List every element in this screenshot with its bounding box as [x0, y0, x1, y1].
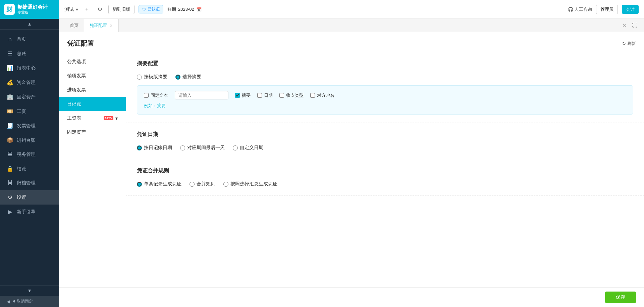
tab-controls: ✕ ⛶	[621, 21, 639, 30]
consult-button[interactable]: 🎧 人工咨询	[568, 6, 592, 12]
checkbox-summary[interactable]: 摘要	[235, 92, 251, 98]
config-menu-payroll-label: 工资表	[67, 115, 81, 121]
switch-old-button[interactable]: 切到旧版	[108, 5, 135, 14]
radio-single-record-input[interactable]	[137, 182, 142, 187]
cancel-fixed-button[interactable]: ◀ ◀ 取消固定	[0, 296, 59, 307]
refresh-button[interactable]: ↻ 刷新	[622, 41, 636, 47]
config-menu-payroll-table[interactable]: 工资表 NEW ▾	[59, 111, 126, 125]
sidebar-item-salary[interactable]: 💴 工资	[0, 104, 59, 119]
sidebar-item-label: 工资	[17, 108, 26, 115]
config-menu-purchase-invoice[interactable]: 进项发票	[59, 83, 126, 97]
sidebar-item-invoice-mgmt[interactable]: 🧾 发票管理	[0, 119, 59, 133]
radio-custom-date-label: 自定义日期	[240, 145, 263, 151]
radio-custom-date[interactable]: 自定义日期	[233, 145, 263, 151]
radio-diary-date[interactable]: 按日记账日期	[137, 145, 172, 151]
ledger-icon: ☰	[7, 50, 13, 57]
radio-last-day[interactable]: 对应期间最后一天	[180, 145, 225, 151]
section-voucher-date: 凭证日期 按日记账日期 对应期间最后一天	[126, 123, 644, 159]
checkbox-counterparty-input[interactable]	[310, 93, 315, 98]
checkbox-date-input[interactable]	[257, 93, 262, 98]
tab-home[interactable]: 首页	[64, 19, 84, 32]
checkbox-fixed-text[interactable]: 固定文本	[144, 92, 168, 98]
content-area: 凭证配置 ↻ 刷新 公共选项 销项发票 进项发票	[59, 32, 644, 307]
radio-merge-label: 合并规则	[197, 181, 215, 187]
config-menu-sales-invoice[interactable]: 销项发票	[59, 69, 126, 83]
radio-template-label: 按模版摘要	[144, 74, 167, 80]
sidebar-item-label: 首页	[17, 36, 26, 42]
radio-merge[interactable]: 合并规则	[190, 181, 215, 187]
tab-close-button[interactable]: ×	[109, 23, 113, 28]
tab-home-label: 首页	[70, 23, 78, 29]
radio-last-day-input[interactable]	[180, 145, 185, 150]
fixed-text-input[interactable]	[175, 91, 228, 99]
chevron-down-icon[interactable]: ▾	[76, 7, 78, 12]
config-menu-public[interactable]: 公共选项	[59, 55, 126, 69]
bottom-bar: 保存	[59, 287, 644, 307]
header-right: 🎧 人工咨询 管理员 会计	[568, 5, 639, 14]
radio-select-input[interactable]	[175, 75, 180, 80]
counterparty-label: 对方户名	[317, 92, 334, 98]
main-area: 测试 ▾ ＋ ⚙ 切到旧版 🛡 已认证 账期 2023-02 📅 🎧 人工咨询 …	[59, 0, 644, 307]
sidebar-item-home[interactable]: ⌂ 首页	[0, 32, 59, 46]
radio-single-record[interactable]: 单条记录生成凭证	[137, 181, 181, 187]
sidebar-item-label: 归档管理	[17, 180, 36, 186]
sidebar-item-reports[interactable]: 📊 报表中心	[0, 61, 59, 75]
radio-select-summary[interactable]: 选择摘要	[175, 74, 201, 80]
checkbox-date[interactable]: 日期	[257, 92, 273, 98]
user-button[interactable]: 管理员	[596, 5, 618, 14]
radio-merge-input[interactable]	[190, 182, 195, 187]
radio-summary-generate[interactable]: 按照选择汇总生成凭证	[223, 181, 277, 187]
merge-rules-radio-group: 单条记录生成凭证 合并规则 按照选择汇总生成凭证	[137, 181, 633, 187]
cancel-fixed-icon: ◀	[7, 299, 10, 304]
role-button[interactable]: 会计	[622, 5, 639, 14]
certified-badge: 🛡 已认证	[139, 5, 163, 13]
expand-icon: ▾	[115, 116, 118, 121]
sidebar-item-tax[interactable]: 🏛 税务管理	[0, 147, 59, 162]
period-label: 账期	[167, 6, 176, 12]
sidebar-item-label: 报表中心	[17, 65, 36, 71]
role-label: 会计	[626, 7, 635, 12]
settings-gear-icon[interactable]: ⚙	[96, 5, 104, 14]
tax-icon: 🏛	[7, 151, 13, 158]
sidebar-item-label: 新手引导	[17, 209, 36, 215]
sidebar-item-funds[interactable]: 💰 资金管理	[0, 75, 59, 90]
fullscreen-button[interactable]: ⛶	[631, 21, 639, 30]
checkbox-payment-type[interactable]: 收支类型	[279, 92, 304, 98]
sidebar-item-assets[interactable]: 🏢 固定资产	[0, 90, 59, 104]
guide-icon: ▶	[7, 209, 13, 215]
checkbox-counterparty[interactable]: 对方户名	[310, 92, 334, 98]
checkbox-fixed-text-input[interactable]	[144, 93, 149, 98]
sidebar-nav: ⌂ 首页 ☰ 总账 📊 报表中心 💰 资金管理 🏢 固定资产 💴 工资 🧾 发票…	[0, 30, 59, 285]
example-text: 例如：摘要	[144, 103, 626, 109]
sidebar-scroll-up[interactable]: ▲	[26, 20, 33, 28]
purchase-sale-icon: 📦	[7, 137, 13, 143]
sidebar-item-close[interactable]: 🔒 结账	[0, 162, 59, 176]
sidebar-item-ledger[interactable]: ☰ 总账	[0, 46, 59, 61]
config-menu-diary[interactable]: 日记账	[59, 97, 126, 111]
sidebar-item-purchase-sale[interactable]: 📦 进销台账	[0, 133, 59, 147]
radio-diary-date-input[interactable]	[137, 145, 142, 150]
checkbox-summary-input[interactable]	[235, 93, 240, 98]
cancel-fixed-label: ◀ 取消固定	[12, 299, 33, 304]
sidebar-scroll-down[interactable]: ▼	[26, 287, 33, 295]
app-logo: 财 畅捷通好会计 专业版	[0, 0, 59, 19]
date-label: 日期	[264, 92, 273, 98]
radio-template-input[interactable]	[137, 75, 142, 80]
radio-template-summary[interactable]: 按模版摘要	[137, 74, 167, 80]
add-button[interactable]: ＋	[82, 4, 92, 14]
close-tab-ctrl-button[interactable]: ✕	[621, 21, 628, 30]
radio-summary-generate-input[interactable]	[223, 182, 228, 187]
sidebar-item-label: 结账	[17, 166, 26, 172]
user-label: 管理员	[600, 7, 613, 12]
calendar-icon[interactable]: 📅	[196, 7, 202, 12]
sidebar-item-guide[interactable]: ▶ 新手引导	[0, 205, 59, 219]
radio-custom-date-input[interactable]	[233, 145, 238, 150]
switch-old-label: 切到旧版	[113, 7, 130, 12]
save-button[interactable]: 保存	[605, 292, 636, 303]
config-menu-fixed-assets[interactable]: 固定资产	[59, 125, 126, 139]
tab-voucher-config[interactable]: 凭证配置 ×	[84, 19, 119, 32]
checkbox-payment-type-input[interactable]	[279, 93, 284, 98]
sidebar-item-archive[interactable]: 🗄 归档管理	[0, 176, 59, 190]
sidebar-item-settings[interactable]: ⚙ 设置	[0, 190, 59, 205]
new-badge: NEW	[104, 116, 113, 120]
